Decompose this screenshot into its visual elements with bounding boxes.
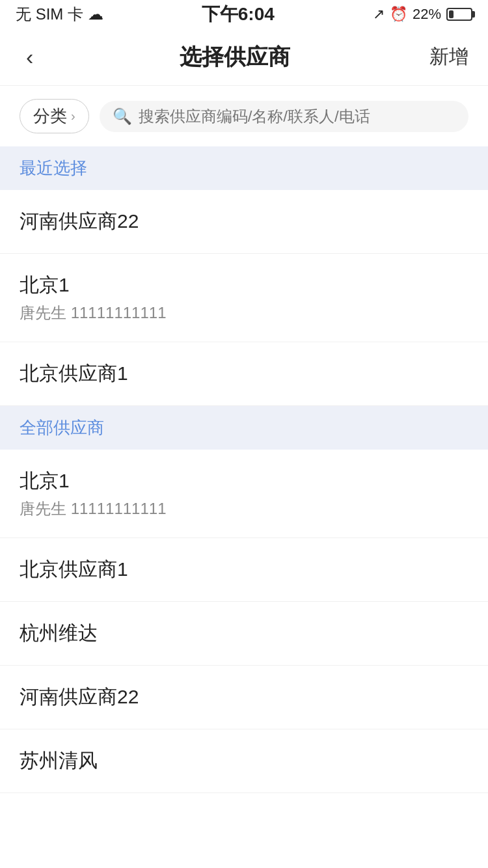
- battery-pct: 22%: [413, 6, 441, 23]
- list-item[interactable]: 北京1唐先生 11111111111: [0, 450, 488, 538]
- search-icon: 🔍: [113, 107, 132, 126]
- category-label: 分类: [33, 105, 67, 128]
- item-name: 北京供应商1: [20, 556, 468, 583]
- nav-bar: ‹ 选择供应商 新增: [0, 29, 488, 86]
- search-input[interactable]: [139, 107, 455, 126]
- item-name: 苏州清风: [20, 748, 468, 774]
- filter-bar: 分类 › 🔍: [0, 86, 488, 146]
- item-name: 北京1: [20, 468, 468, 495]
- no-sim-label: 无 SIM 卡 ☁: [16, 4, 103, 25]
- status-right: ↗ ⏰ 22%: [373, 6, 472, 23]
- list-item[interactable]: 河南供应商22: [0, 190, 488, 254]
- item-detail: 唐先生 11111111111: [20, 303, 468, 323]
- item-name: 北京供应商1: [20, 360, 468, 387]
- search-box: 🔍: [100, 101, 468, 132]
- alarm-icon: ⏰: [390, 6, 407, 23]
- status-left: 无 SIM 卡 ☁: [16, 4, 103, 25]
- battery-icon: [446, 8, 472, 21]
- list-item[interactable]: 北京供应商1: [0, 538, 488, 602]
- sections-container: 最近选择河南供应商22北京1唐先生 11111111111北京供应商1全部供应商…: [0, 146, 488, 793]
- section-header-recent: 最近选择: [0, 146, 488, 190]
- status-time: 下午6:04: [202, 2, 275, 27]
- location-icon: ↗: [373, 6, 385, 23]
- status-bar: 无 SIM 卡 ☁ 下午6:04 ↗ ⏰ 22%: [0, 0, 488, 29]
- back-button[interactable]: ‹: [20, 38, 40, 76]
- page-title: 选择供应商: [180, 42, 290, 72]
- section-header-all: 全部供应商: [0, 406, 488, 450]
- list-item[interactable]: 杭州维达: [0, 602, 488, 666]
- add-button[interactable]: 新增: [429, 44, 468, 70]
- chevron-right-icon: ›: [71, 109, 75, 124]
- item-name: 河南供应商22: [20, 684, 468, 711]
- item-name: 杭州维达: [20, 620, 468, 647]
- list-item[interactable]: 北京供应商1: [0, 342, 488, 406]
- category-filter-button[interactable]: 分类 ›: [20, 99, 89, 133]
- item-detail: 唐先生 11111111111: [20, 498, 468, 519]
- list-item[interactable]: 苏州清风: [0, 729, 488, 793]
- item-name: 北京1: [20, 272, 468, 299]
- list-item[interactable]: 河南供应商22: [0, 666, 488, 729]
- list-item[interactable]: 北京1唐先生 11111111111: [0, 254, 488, 342]
- item-name: 河南供应商22: [20, 208, 468, 235]
